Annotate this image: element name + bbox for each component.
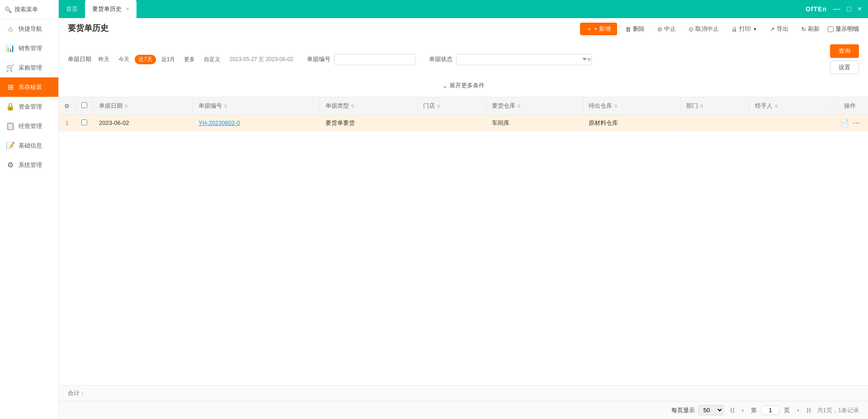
table-row[interactable]: 1 2023-06-02 YH-20230602-0 要货单要货	[59, 115, 868, 131]
row-doc-no[interactable]: YH-20230602-0	[193, 115, 320, 131]
sidebar-item-system[interactable]: ⚙ 系统管理	[0, 155, 58, 175]
tab-active-label: 要货单历史	[92, 5, 122, 13]
page-number-input[interactable]	[761, 405, 779, 415]
window-maximize-btn[interactable]: □	[847, 5, 851, 13]
page-nav: ⟨⟨ ‹ 第 页 › ⟩⟩	[727, 405, 814, 415]
column-settings-icon[interactable]: ⚙	[64, 103, 70, 110]
subtotal-row: 合计：	[59, 385, 868, 401]
row-checkbox[interactable]	[81, 119, 87, 125]
filter-actions: 查询 设置	[830, 44, 859, 74]
row-more-btn[interactable]: ⋯	[853, 119, 860, 127]
show-detail-toggle[interactable]: 显示明细	[828, 25, 859, 33]
th-dept[interactable]: 部门 ⇅	[681, 97, 749, 115]
sort-date-icon: ⇅	[124, 104, 128, 109]
th-no[interactable]: 单据编号 ⇅	[193, 97, 320, 115]
tab-active[interactable]: 要货单历史 ×	[85, 0, 137, 18]
th-pending-warehouse-label: 待出仓库	[589, 102, 612, 110]
th-checkbox[interactable]	[75, 97, 94, 115]
th-operation: 操作	[832, 97, 868, 115]
first-page-btn[interactable]: ⟨⟨	[727, 406, 737, 414]
stop-button[interactable]: ⊘ 中止	[653, 23, 680, 35]
topbar: 首页 要货单历史 × OfTEn — □ ×	[59, 0, 868, 18]
tab-home[interactable]: 首页	[59, 0, 85, 18]
prev-page-btn[interactable]: ‹	[739, 406, 746, 414]
status-label: 单据状态	[429, 55, 453, 63]
cancel-stop-icon: ⊙	[689, 26, 693, 33]
tab-home-label: 首页	[66, 5, 78, 13]
row-operations: 📄 ⋯	[832, 115, 868, 131]
stop-label: 中止	[664, 25, 676, 33]
inventory-icon: ⊞	[6, 83, 15, 91]
delete-button[interactable]: 🗑 删除	[621, 23, 649, 35]
export-button[interactable]: ↗ 导出	[765, 23, 793, 35]
filter-expand-row: ⌄ 展开更多条件	[68, 78, 859, 92]
sidebar-item-label: 经营管理	[19, 122, 42, 130]
brand-label: OfTEn	[806, 5, 827, 13]
th-pending-warehouse[interactable]: 待出仓库 ⇅	[583, 97, 680, 115]
row-pending-warehouse: 原材料仓库	[583, 115, 680, 131]
window-minimize-btn[interactable]: —	[833, 5, 840, 13]
th-store[interactable]: 门店 ⇅	[418, 97, 486, 115]
sidebar-item-purchase[interactable]: 🛒 采购管理	[0, 58, 58, 77]
date-option-yesterday[interactable]: 昨天	[95, 55, 113, 64]
th-req-warehouse[interactable]: 要货仓库 ⇅	[486, 97, 583, 115]
row-req-warehouse: 车间库	[486, 115, 583, 131]
filter-settings-button[interactable]: 设置	[830, 61, 859, 74]
query-button[interactable]: 查询	[830, 44, 859, 58]
sidebar-item-label: 资金管理	[19, 103, 42, 111]
date-option-7days[interactable]: 近7天	[135, 55, 156, 64]
th-type-label: 单据类型	[326, 102, 349, 110]
status-select[interactable]	[456, 54, 592, 65]
row-checkbox-cell[interactable]	[75, 115, 94, 131]
page-header: 要货单历史 ＋ + 新增 🗑 删除 ⊘ 中止 ⊙ 取消中止 🖨 打印 ▼	[59, 18, 868, 40]
filter-bar: 单据日期 昨天 今天 近7天 近1月 更多 自定义 2023-05-27 至 2…	[59, 40, 868, 97]
th-handler-label: 经手人	[755, 102, 773, 110]
refresh-button[interactable]: ↻ 刷新	[797, 23, 824, 35]
page-size-label: 每页显示	[671, 406, 695, 414]
th-dept-label: 部门	[686, 102, 698, 110]
sidebar-search-label: 搜索菜单	[14, 5, 38, 14]
date-option-more[interactable]: 更多	[180, 55, 198, 64]
sidebar-search[interactable]: 🔍 搜索菜单	[0, 0, 58, 19]
show-detail-checkbox[interactable]	[828, 26, 834, 32]
sidebar-item-inventory[interactable]: ⊞ 库存核算	[0, 77, 58, 97]
expand-more-btn[interactable]: ⌄ 展开更多条件	[443, 81, 485, 90]
table-header-row: ⚙ 单据日期 ⇅ 单据编号 ⇅	[59, 97, 868, 115]
sidebar-item-quick-nav[interactable]: ⌂ 快捷导航	[0, 19, 58, 38]
th-settings[interactable]: ⚙	[59, 97, 75, 115]
last-page-btn[interactable]: ⟩⟩	[804, 406, 814, 414]
next-page-btn[interactable]: ›	[794, 406, 802, 414]
select-all-checkbox[interactable]	[81, 102, 87, 108]
doc-no-link[interactable]: YH-20230602-0	[198, 119, 240, 126]
tab-close-icon[interactable]: ×	[126, 6, 129, 12]
sidebar-item-finance[interactable]: 🔒 资金管理	[0, 97, 58, 116]
finance-icon: 🔒	[6, 102, 15, 111]
row-store	[418, 115, 486, 131]
sidebar-item-basic-info[interactable]: 📝 基础信息	[0, 136, 58, 155]
data-table: ⚙ 单据日期 ⇅ 单据编号 ⇅	[59, 97, 868, 131]
export-icon: ↗	[770, 26, 775, 33]
sort-dept-icon: ⇅	[700, 104, 703, 109]
row-view-btn[interactable]: 📄	[840, 119, 849, 127]
date-range-display: 2023-05-27 至 2023-06-02	[229, 56, 293, 63]
page-size-select[interactable]: 10 20 50 100	[698, 405, 724, 415]
home-icon: ⌂	[6, 25, 15, 33]
date-option-custom[interactable]: 自定义	[200, 55, 224, 64]
sidebar-item-sales[interactable]: 📊 销售管理	[0, 38, 58, 58]
sort-no-icon: ⇅	[224, 104, 227, 109]
th-handler[interactable]: 经手人 ⇅	[749, 97, 832, 115]
th-date[interactable]: 单据日期 ⇅	[94, 97, 193, 115]
print-button[interactable]: 🖨 打印 ▼	[727, 23, 762, 35]
new-button[interactable]: ＋ + 新增	[580, 23, 617, 35]
date-option-today[interactable]: 今天	[115, 55, 133, 64]
doc-no-input[interactable]	[334, 54, 415, 65]
th-type[interactable]: 单据类型 ⇅	[320, 97, 417, 115]
sidebar-item-operations[interactable]: 📋 经营管理	[0, 116, 58, 136]
page-label: 第	[748, 405, 760, 415]
sort-req-warehouse-icon: ⇅	[517, 104, 521, 109]
window-close-btn[interactable]: ×	[858, 5, 862, 13]
new-label: + 新增	[594, 25, 611, 33]
cancel-stop-button[interactable]: ⊙ 取消中止	[684, 23, 723, 35]
date-filter-group: 单据日期 昨天 今天 近7天 近1月 更多 自定义 2023-05-27 至 2…	[68, 55, 293, 64]
date-option-1month[interactable]: 近1月	[158, 55, 179, 64]
